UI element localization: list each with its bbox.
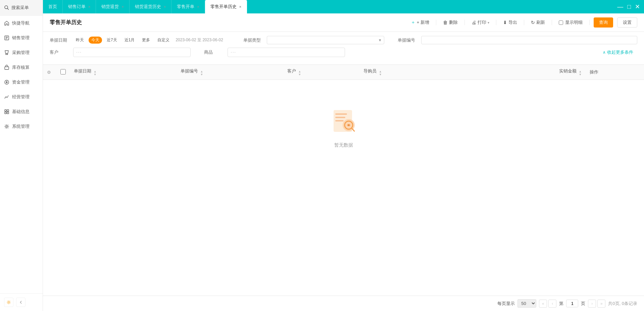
date-7days-btn[interactable]: 近7天 [104,37,120,44]
content-area: 零售开单历史 ＋ + 新增 🗑 删除 🖨 打印 ▾ [43,13,644,311]
search-icon [4,5,9,10]
empty-state: 暂无数据 [43,80,644,175]
tab-close-icon[interactable]: × [197,5,199,9]
select-all-checkbox[interactable] [60,69,66,74]
svg-rect-18 [335,117,345,118]
sidebar-item-purchase-mgmt[interactable]: 采购管理 [0,45,43,60]
sidebar-item-system[interactable]: 系统管理 [0,119,43,134]
prev-page-btn[interactable]: ‹ [548,300,556,308]
collapse-button[interactable]: ∧ 收起更多条件 [599,48,637,57]
type-filter-dropdown[interactable]: ▾ [267,36,384,44]
table-settings-btn[interactable]: ⚙ [47,70,51,75]
settings-bottom-btn[interactable] [4,298,13,307]
goods-filter-label: 商品 [204,49,228,55]
tab-close-icon[interactable]: × [239,5,241,9]
svg-rect-10 [5,110,6,111]
divider [589,20,590,25]
sidebar-item-label: 快捷导航 [12,20,30,26]
show-detail-checkbox[interactable] [559,20,563,25]
tab-retail-open-history[interactable]: 零售开单历史 × [205,0,247,13]
tab-close-icon[interactable]: × [164,5,166,9]
query-button[interactable]: 查询 [594,17,613,28]
sidebar-item-label: 销售管理 [12,35,30,41]
table-col-number[interactable]: 单据编号 ▲▼ [177,65,283,80]
sidebar-item-label: 经营管理 [12,94,30,100]
sort-arrows-icon: ▲▼ [379,70,382,76]
svg-line-1 [7,8,9,10]
table-col-amount[interactable]: 实销金额 ▲▼ [479,65,586,80]
minimize-icon[interactable]: — [617,3,623,10]
svg-rect-11 [7,110,9,111]
date-more-btn[interactable]: 更多 [139,37,153,44]
tab-sales-order[interactable]: 销售订单 × [63,0,96,13]
refresh-button[interactable]: ↻ 刷新 [528,18,548,27]
pagination: 每页显示 50 100 200 « ‹ 第 页 › » 共0页, 0条记录 [43,296,644,311]
tab-retail-open[interactable]: 零售开单 × [171,0,205,13]
close-icon[interactable]: ✕ [635,3,640,10]
tab-sales-return[interactable]: 销货退货 × [96,0,129,13]
page-input[interactable] [566,300,578,307]
number-filter-input[interactable] [421,36,637,44]
next-page-btn[interactable]: › [588,300,596,308]
page-nav: « ‹ 第 页 › » [539,300,605,308]
header-actions: ＋ + 新增 🗑 删除 🖨 打印 ▾ ⬇ 导出 [408,17,637,28]
sort-arrows-icon: ▲▼ [94,70,97,76]
page-title: 零售开单历史 [50,19,82,26]
sidebar-bottom [0,293,43,311]
divider [436,20,436,25]
date-yesterday-btn[interactable]: 昨天 [73,37,87,44]
purchase-icon [4,50,9,55]
date-today-btn[interactable]: 今天 [89,37,102,44]
sidebar-item-operations[interactable]: 经营管理 [0,90,43,104]
collapse-sidebar-btn[interactable] [16,298,26,307]
maximize-icon[interactable]: □ [627,3,631,10]
customer-filter[interactable]: ··· [73,48,191,57]
add-button[interactable]: ＋ + 新增 [408,18,432,27]
number-filter-label: 单据编号 [398,37,421,43]
goods-filter[interactable]: ··· [228,48,345,57]
tab-close-icon[interactable]: × [121,5,123,9]
svg-rect-13 [7,112,9,114]
home-icon [4,20,9,26]
empty-text: 暂无数据 [334,142,353,148]
table-col-date[interactable]: 单据日期 ▲▼ [70,65,177,80]
sidebar-item-label: 采购管理 [12,50,30,56]
sidebar-item-quick-nav[interactable]: 快捷导航 [0,16,43,31]
sidebar-item-label: 资金管理 [12,79,30,85]
tab-home[interactable]: 首页 [43,0,63,13]
show-detail-button[interactable]: 显示明细 [556,18,585,27]
tab-sales-return-history[interactable]: 销货退货历史 × [130,0,171,13]
basic-info-icon [4,109,9,114]
customer-placeholder: ··· [76,49,82,55]
sidebar-item-finance[interactable]: 资金管理 [0,75,43,90]
date-filter-label: 单据日期 [50,37,73,43]
per-page-select[interactable]: 50 100 200 [517,299,536,308]
tab-retail-open-history-label: 零售开单历史 [210,4,237,10]
sidebar-item-basic-info[interactable]: 基础信息 [0,104,43,119]
last-page-btn[interactable]: » [597,300,605,308]
tab-close-icon[interactable]: × [88,5,90,9]
table-header-row: ⚙ 单据日期 ▲▼ 单据编号 ▲▼ [43,65,644,80]
divider [464,20,465,25]
svg-point-15 [8,302,9,303]
first-page-btn[interactable]: « [539,300,547,308]
type-filter-label: 单据类型 [243,37,267,43]
date-1month-btn[interactable]: 近1月 [122,37,138,44]
sidebar-item-inventory[interactable]: 库存核算 [0,60,43,75]
print-arrow-icon: ▾ [488,21,489,24]
tab-sales-order-label: 销售订单 [68,4,86,10]
sidebar-search[interactable]: 搜索采单 [0,0,43,16]
table-settings-col: ⚙ [43,65,56,80]
table-col-customer[interactable]: 客户 ▲▼ [283,65,360,80]
table-col-guide[interactable]: 导购员 ▲▼ [359,65,451,80]
sidebar-item-label: 系统管理 [12,123,30,129]
page-end-label: 页 [581,301,585,307]
sort-arrows-icon: ▲▼ [200,70,203,76]
settings-button[interactable]: 设置 [617,17,637,28]
date-custom-btn[interactable]: 自定义 [155,37,172,44]
print-button[interactable]: 🖨 打印 ▾ [469,18,492,27]
sidebar-item-sales-mgmt[interactable]: 销售管理 [0,31,43,45]
collapse-arrow-icon: ∧ [603,50,606,55]
export-button[interactable]: ⬇ 导出 [500,18,520,27]
delete-button[interactable]: 🗑 删除 [440,18,460,27]
